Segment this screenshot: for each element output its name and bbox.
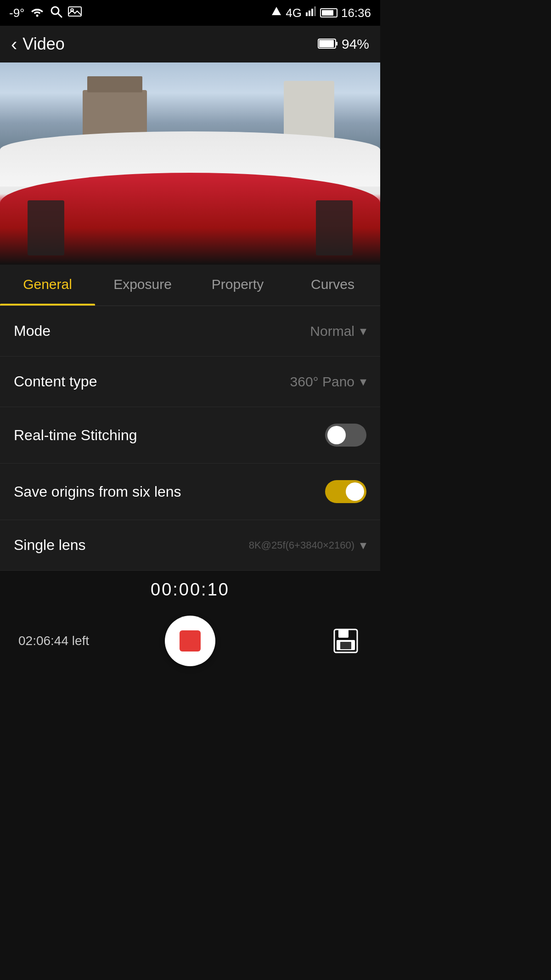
mode-value-text: Normal: [310, 323, 354, 339]
setting-value-mode: Normal ▾: [310, 323, 366, 339]
svg-rect-9: [314, 6, 316, 16]
wifi-icon: [30, 6, 44, 20]
temperature: -9°: [9, 6, 25, 20]
save-button[interactable]: [330, 625, 362, 657]
battery-icon-nav: [318, 36, 338, 52]
save-icon: [332, 627, 360, 655]
record-button[interactable]: [165, 616, 215, 666]
settings-list: Mode Normal ▾ Content type 360° Pano ▾ R…: [0, 306, 380, 571]
svg-rect-6: [306, 12, 308, 16]
svg-rect-14: [338, 629, 349, 638]
toggle-knob-save-origins: [346, 482, 364, 501]
signal-icon: [305, 6, 316, 20]
single-lens-value-text: 8K@25f(6+3840×2160): [249, 539, 354, 551]
setting-value-single-lens: 8K@25f(6+3840×2160) ▾: [249, 538, 366, 553]
top-nav: ‹ Video 94%: [0, 26, 380, 62]
time-display: 16:36: [341, 6, 371, 20]
setting-label-realtime-stitching: Real-time Stitching: [14, 427, 137, 444]
setting-label-content-type: Content type: [14, 373, 97, 390]
svg-rect-8: [311, 9, 313, 16]
toggle-knob-realtime-stitching: [327, 426, 346, 444]
svg-rect-7: [309, 11, 310, 16]
image-icon: [68, 6, 82, 20]
setting-row-save-origins[interactable]: Save origins from six lens: [0, 464, 380, 520]
chevron-down-icon-content-type: ▾: [360, 374, 366, 389]
setting-value-content-type: 360° Pano ▾: [290, 374, 366, 390]
video-scene: [0, 62, 380, 265]
timer-bar: 00:00:10: [0, 571, 380, 609]
setting-label-single-lens: Single lens: [14, 537, 86, 554]
tab-curves[interactable]: Curves: [285, 265, 380, 306]
video-preview: [0, 62, 380, 265]
battery-icon: [320, 8, 337, 17]
svg-rect-12: [336, 42, 337, 45]
setting-label-mode: Mode: [14, 323, 51, 340]
tabs: General Exposure Property Curves: [0, 265, 380, 306]
network-label: 4G: [286, 6, 302, 20]
record-stop-icon: [180, 630, 201, 651]
tab-property[interactable]: Property: [190, 265, 285, 306]
setting-row-content-type[interactable]: Content type 360° Pano ▾: [0, 357, 380, 407]
toggle-save-origins[interactable]: [325, 480, 366, 503]
status-left: -9°: [9, 5, 82, 21]
chevron-down-icon-mode: ▾: [360, 323, 366, 339]
status-right: 4G 16:36: [271, 6, 371, 20]
car-right-detail: [316, 200, 353, 255]
time-left: 02:06:44 left: [18, 634, 89, 648]
bottom-bar: 02:06:44 left: [0, 609, 380, 673]
search-icon: [50, 5, 62, 21]
svg-rect-11: [319, 40, 334, 47]
svg-point-0: [36, 14, 38, 17]
sim-icon: [271, 6, 282, 20]
status-bar: -9° 4G: [0, 0, 380, 26]
setting-row-single-lens[interactable]: Single lens 8K@25f(6+3840×2160) ▾: [0, 520, 380, 571]
timer-display: 00:00:10: [151, 580, 230, 599]
car-left-detail: [28, 200, 64, 255]
toggle-realtime-stitching[interactable]: [325, 424, 366, 447]
chevron-down-icon-single-lens: ▾: [360, 538, 366, 553]
content-type-value-text: 360° Pano: [290, 374, 354, 390]
nav-battery-percent: 94%: [342, 36, 369, 52]
setting-label-save-origins: Save origins from six lens: [14, 483, 181, 500]
nav-battery: 94%: [318, 36, 369, 52]
back-arrow-icon: ‹: [11, 34, 17, 55]
svg-line-2: [58, 13, 62, 17]
nav-title: Video: [22, 34, 64, 54]
svg-rect-3: [68, 7, 81, 16]
setting-row-mode[interactable]: Mode Normal ▾: [0, 306, 380, 357]
car-hood: [0, 173, 380, 265]
setting-row-realtime-stitching[interactable]: Real-time Stitching: [0, 407, 380, 464]
back-button[interactable]: ‹ Video: [11, 34, 65, 55]
svg-marker-5: [272, 7, 281, 15]
tab-general[interactable]: General: [0, 265, 95, 306]
svg-rect-16: [340, 642, 351, 649]
tab-exposure[interactable]: Exposure: [95, 265, 190, 306]
